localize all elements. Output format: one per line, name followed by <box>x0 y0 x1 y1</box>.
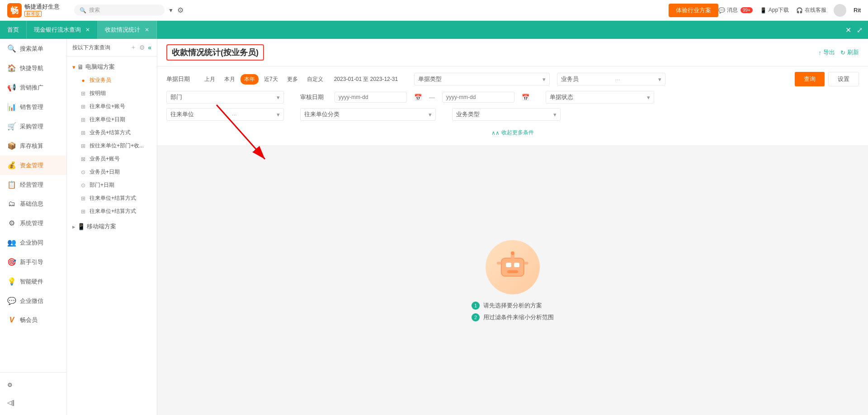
user-avatar[interactable] <box>834 4 846 17</box>
filter-select-partner-cat[interactable]: 往来单位分类 ▾ <box>300 108 436 121</box>
filter-select-partner[interactable]: 往来单位 ··· ▾ <box>166 108 284 121</box>
left-panel-header: 按以下方案查询 ＋ ⚙ « <box>67 39 157 57</box>
tab-home[interactable]: 首页 <box>0 21 27 39</box>
desktop-group[interactable]: ▾ 🖥 电脑端方案 <box>67 60 157 74</box>
sidebar-item-guide[interactable]: 🎯 新手引导 <box>0 252 66 272</box>
date-btn-7days[interactable]: 近7天 <box>260 74 282 85</box>
date-btn-lastmonth[interactable]: 上月 <box>201 74 219 85</box>
scheme-item-salesman[interactable]: ● 按业务员 <box>67 74 157 87</box>
scheme-icon-5: ⊞ <box>80 143 87 149</box>
refresh-button[interactable]: ↻ 刷新 <box>840 48 859 57</box>
sidebar-item-management[interactable]: 📋 经营管理 <box>0 175 66 194</box>
partner-ellipsis[interactable]: ··· <box>232 111 237 118</box>
sidebar-item-marketing[interactable]: 📢 营销推广 <box>0 78 66 97</box>
type-dropdown-icon: ▾ <box>542 76 546 83</box>
sidebar-item-system[interactable]: ⚙ 系统管理 <box>0 213 66 233</box>
scheme-item-partner-settle2[interactable]: ⊞ 往来单位+结算方式 <box>67 205 157 218</box>
audit-date-to[interactable] <box>442 92 514 103</box>
app-download-item[interactable]: 📱 App下载 <box>760 6 789 14</box>
scheme-item-partner-date[interactable]: ⊞ 往来单位+日期 <box>67 113 157 126</box>
tab-cashflow-label: 现金银行流水查询 <box>34 26 81 34</box>
search-bar[interactable]: 🔍 搜索 <box>74 5 165 16</box>
calendar-icon-to[interactable]: 📅 <box>522 94 529 101</box>
sidebar-label-collab: 企业协同 <box>20 239 43 247</box>
salesman-ellipsis[interactable]: ··· <box>615 76 620 83</box>
tab-home-label: 首页 <box>7 26 19 34</box>
window-expand-btn[interactable]: ⤢ <box>857 26 863 34</box>
sidebar-item-wechat[interactable]: 💬 企业微信 <box>0 291 66 311</box>
sidebar-label-system: 系统管理 <box>20 219 43 227</box>
scheme-icon-0: ● <box>80 77 87 84</box>
scheme-label-10: 往来单位+结算方式 <box>90 208 136 215</box>
scheme-item-dept-date[interactable]: ⊙ 部门+日期 <box>67 179 157 192</box>
calendar-icon-from[interactable]: 📅 <box>414 94 422 101</box>
query-button[interactable]: 查询 <box>795 72 825 86</box>
date-btn-more[interactable]: 更多 <box>283 74 302 85</box>
date-btn-custom[interactable]: 自定义 <box>303 74 327 85</box>
scheme-item-detail[interactable]: ⊞ 按明细 <box>67 87 157 100</box>
sidebar-label-wechat: 企业微信 <box>20 297 43 305</box>
trial-button[interactable]: 体验行业方案 <box>669 4 718 17</box>
collapse-label: 收起更多条件 <box>501 129 534 137</box>
filter-row-2: 部门 ▾ 审核日期 📅 — 📅 单据状态 ▾ <box>166 91 859 104</box>
lp-setting-btn[interactable]: ⚙ <box>139 44 145 51</box>
scheme-label-2: 往来单位+账号 <box>90 103 125 110</box>
filter-select-docstatus[interactable]: 单据状态 ▾ <box>546 91 654 104</box>
tip-num-2: 2 <box>472 313 480 321</box>
wechat-icon: 💬 <box>7 297 16 305</box>
filter-select-salesman[interactable]: 业务员 ··· ▾ <box>557 73 665 85</box>
mobile-group[interactable]: ▸ 📱 移动端方案 <box>67 220 157 233</box>
gear-btn[interactable]: ⚙ <box>177 6 184 14</box>
partnercat-dropdown-icon: ▾ <box>429 111 432 118</box>
tab-collection[interactable]: 收款情况统计 ✕ <box>98 21 157 39</box>
filter-date-btns: 上月 本月 本年 近7天 更多 自定义 <box>201 74 327 85</box>
sidebar-settings[interactable]: ⚙ <box>0 376 66 394</box>
export-button[interactable]: ↑ 导出 <box>819 48 835 57</box>
sidebar-item-sales[interactable]: 📊 销售管理 <box>0 97 66 117</box>
filter-row-1: 单据日期 上月 本月 本年 近7天 更多 自定义 2023-01-01 至 20… <box>166 72 859 86</box>
sidebar-item-collab[interactable]: 👥 企业协同 <box>0 233 66 252</box>
filter-select-biztype[interactable]: 业务类型 ▾ <box>452 108 561 121</box>
tab-cashflow[interactable]: 现金银行流水查询 ✕ <box>27 21 98 39</box>
scheme-item-salesman-settle[interactable]: ⊞ 业务员+结算方式 <box>67 126 157 139</box>
window-close-btn[interactable]: ✕ <box>845 26 851 34</box>
page-header: 收款情况统计(按业务员) ↑ 导出 ↻ 刷新 <box>157 39 868 66</box>
lp-title: 按以下方案查询 <box>72 44 127 52</box>
logo-text: 畅捷通好生意 <box>24 3 60 10</box>
audit-date-from[interactable] <box>335 92 407 103</box>
tab-cashflow-close[interactable]: ✕ <box>85 27 90 33</box>
messages-item[interactable]: 💬 消息 99+ <box>718 6 753 14</box>
lp-add-btn[interactable]: ＋ <box>130 43 137 52</box>
quicknav-icon: 🏠 <box>7 64 16 72</box>
filter-label-audit: 审核日期 <box>300 93 327 101</box>
sidebar-item-hardware[interactable]: 💡 智能硬件 <box>0 272 66 291</box>
date-btn-thisyear[interactable]: 本年 <box>241 74 259 85</box>
scheme-item-partner-account[interactable]: ⊞ 往来单位+账号 <box>67 100 157 113</box>
sidebar-item-inventory[interactable]: 📦 库存核算 <box>0 136 66 156</box>
scheme-item-salesman-account[interactable]: ⊠ 业务员+账号 <box>67 152 157 165</box>
desktop-group-icon: 🖥 <box>77 63 84 71</box>
tab-collection-close[interactable]: ✕ <box>145 27 149 33</box>
sidebar-item-quicknav[interactable]: 🏠 快捷导航 <box>0 58 66 78</box>
scheme-item-partner-settle1[interactable]: ⊞ 往来单位+结算方式 <box>67 192 157 205</box>
filter-select-dept[interactable]: 部门 ▾ <box>166 91 284 104</box>
lp-collapse-btn[interactable]: « <box>148 44 151 51</box>
search-menu-icon: 🔍 <box>7 44 16 53</box>
collapse-btn[interactable]: ∧∧ 收起更多条件 <box>491 129 534 137</box>
scheme-item-partner-dept[interactable]: ⊞ 按往来单位+部门+收... <box>67 139 157 152</box>
sidebar-item-basic-info[interactable]: 🗂 基础信息 <box>0 194 66 213</box>
sidebar-item-purchase[interactable]: 🛒 采购管理 <box>0 117 66 136</box>
filter-select-type[interactable]: 单据类型 ▾ <box>414 73 550 85</box>
scheme-item-salesman-date[interactable]: ⊙ 业务员+日期 <box>67 165 157 179</box>
settings-button[interactable]: 设置 <box>828 72 859 86</box>
sidebar-item-finance[interactable]: 💰 资金管理 <box>0 156 66 175</box>
online-service-item[interactable]: 🎧 在线客服 <box>796 6 826 14</box>
date-btn-thismonth[interactable]: 本月 <box>221 74 239 85</box>
search-dropdown-btn[interactable]: ▼ <box>168 7 174 14</box>
scheme-label-4: 业务员+结算方式 <box>90 129 131 137</box>
sidebar-collapse[interactable]: ◁‖ <box>0 394 66 411</box>
scheme-icon-8: ⊙ <box>80 182 87 189</box>
sidebar-item-search[interactable]: 🔍 搜索菜单 <box>0 39 66 58</box>
scheme-icon-10: ⊞ <box>80 208 87 215</box>
sidebar-item-member[interactable]: V 畅会员 <box>0 311 66 330</box>
